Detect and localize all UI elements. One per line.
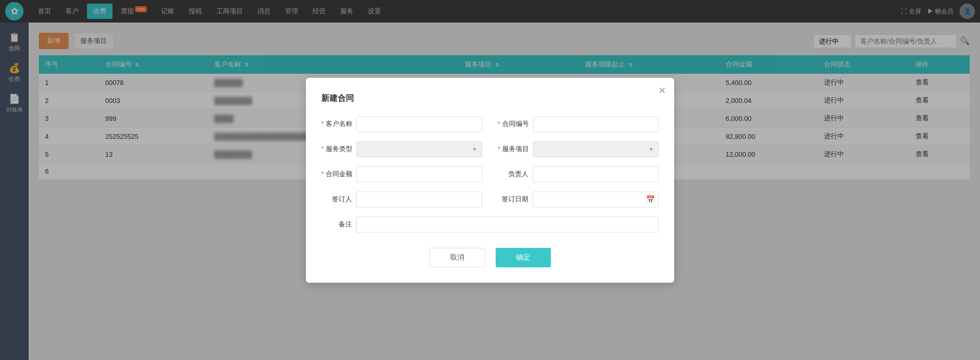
service-item-select[interactable] [533,141,659,157]
service-item-field: 服务项目 [498,141,659,157]
form-grid: 客户名称 合同编号 服务类型 服务项目 [321,116,659,232]
contract-no-field: 合同编号 [498,116,659,132]
sign-date-field: 签订日期 2023-06-06 📅 [498,192,659,207]
signer-label: 签订人 [321,195,352,204]
remark-label: 备注 [321,220,352,229]
modal-title: 新建合同 [321,93,659,104]
responsible-person-input[interactable] [532,166,659,182]
sign-date-label: 签订日期 [498,195,528,204]
service-item-label: 服务项目 [498,144,529,154]
sign-date-input[interactable]: 2023-06-06 [532,192,659,207]
modal-close-button[interactable]: ✕ [658,86,666,95]
contract-amount-label: 合同金额 [321,170,352,179]
contract-no-label: 合同编号 [498,119,529,129]
modal-overlay: 新建合同 ✕ 客户名称 合同编号 服务类型 服 [0,0,980,360]
cancel-button[interactable]: 取消 [429,248,485,267]
modal-footer: 取消 确定 [321,248,659,267]
contract-amount-field: 合同金额 0.00 [321,166,482,182]
new-contract-modal: 新建合同 ✕ 客户名称 合同编号 服务类型 服 [306,78,674,283]
service-type-select-wrapper [357,141,482,157]
responsible-person-label: 负责人 [498,170,528,179]
service-type-label: 服务类型 [321,144,352,154]
contract-amount-input[interactable]: 0.00 [357,166,482,182]
customer-name-input[interactable] [357,116,482,132]
signer-input[interactable] [356,192,482,207]
customer-name-label: 客户名称 [321,119,352,129]
customer-name-field: 客户名称 [321,116,482,132]
contract-no-input[interactable] [533,116,659,132]
remark-field: 备注 [321,217,659,232]
sign-date-wrapper: 2023-06-06 📅 [532,192,659,207]
remark-input[interactable] [356,217,659,232]
responsible-person-field: 负责人 [498,166,659,182]
service-item-select-wrapper [533,141,659,157]
signer-field: 签订人 [321,192,482,207]
service-type-field: 服务类型 [321,141,482,157]
service-type-select[interactable] [357,141,482,157]
confirm-button[interactable]: 确定 [496,248,551,267]
